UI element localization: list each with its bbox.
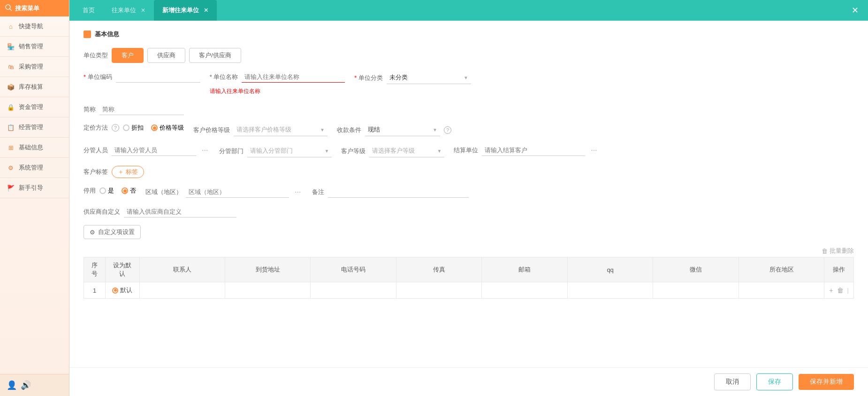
cell-email[interactable] <box>482 282 567 299</box>
region-table-input[interactable] <box>744 287 819 294</box>
cell-address[interactable] <box>225 282 310 299</box>
remark-input[interactable] <box>328 186 469 198</box>
payment-terms-label: 收款条件 <box>337 126 361 134</box>
supplier-custom-input[interactable] <box>124 206 236 217</box>
department-select[interactable]: 请输入分管部门 ▼ <box>247 145 332 157</box>
col-address: 到货地址 <box>225 257 310 282</box>
qq-input[interactable] <box>572 287 648 294</box>
payment-terms-field: 收款条件 现结 ▼ ? <box>337 124 451 136</box>
cell-wechat[interactable] <box>653 282 739 299</box>
pricing-row: 定价方法 ? 折扣 价格等级 客户价格等级 <box>84 124 854 136</box>
supervisor-row: 分管人员 ··· 分管部门 请输入分管部门 ▼ 客户等级 请选择客户等级 ▼ 结… <box>84 145 854 157</box>
radio-circle-yes <box>99 187 106 194</box>
dropdown-arrow-icon: ▼ <box>464 75 468 80</box>
cell-phone[interactable] <box>311 282 396 299</box>
col-wechat: 微信 <box>653 257 739 282</box>
sidebar-bottom: 👤 🔊 <box>0 374 69 396</box>
payment-terms-select[interactable]: 现结 ▼ <box>365 124 440 136</box>
svg-line-1 <box>10 9 12 11</box>
region-input[interactable] <box>186 186 289 198</box>
sidebar-item-new-guide[interactable]: 🚩 新手引导 <box>0 178 69 198</box>
tab-new-partner-close[interactable]: ✕ <box>204 7 208 14</box>
save-button[interactable]: 保存 <box>756 373 793 390</box>
sidebar-item-sales-mgmt[interactable]: 🏪 销售管理 <box>0 37 69 57</box>
settlement-unit-field: 结算单位 ··· <box>454 145 599 156</box>
pricing-radio-level[interactable]: 价格等级 <box>151 124 184 132</box>
search-menu[interactable]: 搜索菜单 <box>0 0 69 16</box>
supervisor-input[interactable] <box>112 145 196 156</box>
window-close-button[interactable]: ✕ <box>847 5 863 16</box>
batch-delete-label: 批量删除 <box>830 247 854 255</box>
batch-delete-button[interactable]: 🗑 批量删除 <box>822 247 854 255</box>
pricing-radio-discount[interactable]: 折扣 <box>123 124 144 132</box>
batch-delete-area: 🗑 批量删除 <box>84 247 854 255</box>
tab-partners[interactable]: 往来单位 ✕ <box>103 0 154 21</box>
disabled-yes[interactable]: 是 <box>99 186 114 195</box>
fax-input[interactable] <box>401 287 477 294</box>
sidebar-item-basic-info[interactable]: ⊞ 基础信息 <box>0 138 69 158</box>
supervisor-more-btn[interactable]: ··· <box>200 146 210 155</box>
tag-add-button[interactable]: ＋ 标签 <box>112 166 144 178</box>
phone-input[interactable] <box>315 287 391 294</box>
payment-terms-help-icon[interactable]: ? <box>444 126 451 134</box>
sidebar-item-finance[interactable]: 🔒 资金管理 <box>0 97 69 117</box>
unit-type-row: 单位类型 客户 供应商 客户/供应商 <box>84 48 854 63</box>
row-default-label: 默认 <box>120 286 132 295</box>
type-btn-supplier[interactable]: 供应商 <box>147 48 185 63</box>
radio-circle-discount <box>123 124 129 131</box>
remark-label: 备注 <box>312 188 324 196</box>
disabled-field: 停用 是 否 <box>84 186 136 195</box>
sidebar-item-sys-mgmt[interactable]: ⚙ 系统管理 <box>0 158 69 178</box>
sidebar-item-operations[interactable]: 📋 经营管理 <box>0 117 69 138</box>
cell-fax[interactable] <box>396 282 481 299</box>
disabled-no[interactable]: 否 <box>122 186 136 195</box>
custom-settings-button[interactable]: ⚙ 自定义项设置 <box>84 225 141 239</box>
customer-level-select[interactable]: 请选择客户等级 ▼ <box>369 145 444 157</box>
type-btn-customer[interactable]: 客户 <box>112 48 144 63</box>
unit-name-input[interactable] <box>242 71 345 83</box>
cell-action: + 🗑 | <box>824 282 854 299</box>
settlement-unit-input[interactable] <box>482 145 585 156</box>
pricing-help-icon[interactable]: ? <box>112 124 119 132</box>
settlement-more-btn[interactable]: ··· <box>589 146 599 155</box>
address-input[interactable] <box>230 287 305 294</box>
sidebar-item-quick-nav[interactable]: ⌂ 快捷导航 <box>0 16 69 37</box>
customer-tags-field: 客户标签 ＋ 标签 <box>84 166 144 178</box>
cell-qq[interactable] <box>567 282 653 299</box>
cell-region[interactable] <box>739 282 824 299</box>
bag-icon: 🛍 <box>7 62 15 71</box>
cell-contact[interactable] <box>139 282 225 299</box>
sound-icon: 🔊 <box>21 380 31 390</box>
abbr-row: 简称 <box>84 104 854 115</box>
region-more-btn[interactable]: ··· <box>293 188 303 196</box>
type-btn-both[interactable]: 客户/供应商 <box>189 48 241 63</box>
contact-input[interactable] <box>145 287 220 294</box>
email-input[interactable] <box>487 287 562 294</box>
tab-home-label: 首页 <box>83 6 95 15</box>
tab-bar: 首页 往来单位 ✕ 新增往来单位 ✕ ✕ <box>69 0 868 21</box>
home-icon: ⌂ <box>7 22 15 31</box>
save-new-button[interactable]: 保存并新增 <box>799 374 854 390</box>
unit-type-buttons: 客户 供应商 客户/供应商 <box>112 48 241 63</box>
dropdown-arrow-icon4: ▼ <box>324 148 329 154</box>
department-placeholder: 请输入分管部门 <box>250 147 322 155</box>
tab-home[interactable]: 首页 <box>74 0 103 21</box>
col-phone: 电话号码 <box>311 257 396 282</box>
tab-new-partner[interactable]: 新增往来单位 ✕ <box>154 0 217 21</box>
unit-category-select[interactable]: 未分类 ▼ <box>387 71 471 84</box>
grid-icon: ⊞ <box>7 143 15 152</box>
abbr-input[interactable] <box>99 104 184 115</box>
tab-partners-close[interactable]: ✕ <box>141 7 145 14</box>
customer-price-level-select[interactable]: 请选择客户价格等级 ▼ <box>234 124 327 136</box>
radio-inner-level <box>153 126 156 130</box>
sidebar-item-inventory[interactable]: 📦 库存核算 <box>0 77 69 97</box>
sidebar-item-purchase-mgmt[interactable]: 🛍 采购管理 <box>0 57 69 77</box>
wechat-input[interactable] <box>658 287 733 294</box>
row-add-btn[interactable]: + <box>829 287 833 294</box>
cancel-button[interactable]: 取消 <box>714 373 751 390</box>
row-delete-btn[interactable]: 🗑 <box>837 287 844 294</box>
unit-code-input[interactable]: 000009 <box>116 71 200 83</box>
row-default-radio[interactable] <box>112 287 118 294</box>
department-label: 分管部门 <box>219 147 244 155</box>
delete-icon: 🗑 <box>822 248 828 255</box>
